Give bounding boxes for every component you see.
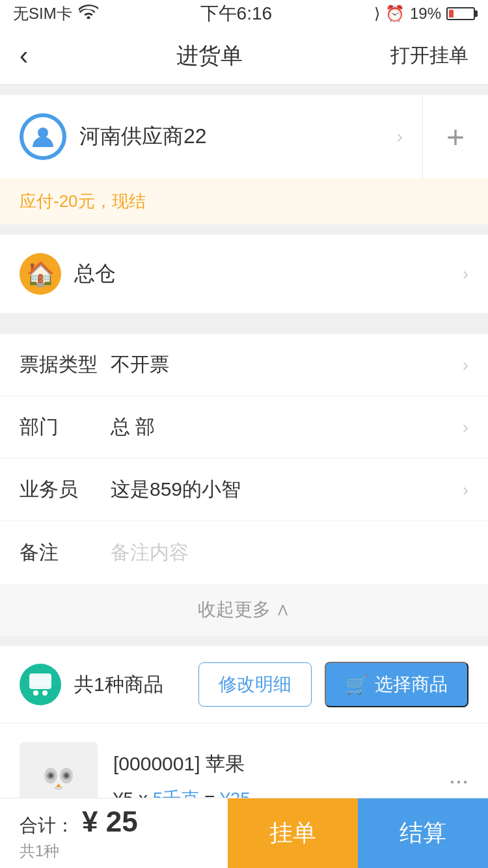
open-hang-button[interactable]: 打开挂单: [390, 42, 468, 69]
dept-value: 总 部: [111, 414, 463, 441]
invoice-value: 不开票: [111, 351, 463, 378]
svg-point-3: [42, 690, 47, 696]
total-section: 合计： ¥ 25 共1种: [0, 806, 228, 861]
svg-point-0: [38, 128, 48, 138]
status-left: 无SIM卡: [13, 3, 98, 24]
form-section: 票据类型 不开票 › 部门 总 部 › 业务员 这是859的小智 › 备注 备注…: [0, 334, 488, 584]
warehouse-chevron-icon: ›: [463, 264, 468, 284]
supplier-avatar: [20, 113, 66, 160]
remark-input[interactable]: 备注内容: [111, 539, 468, 566]
product-more-button[interactable]: ···: [449, 767, 468, 794]
dept-chevron-icon: ›: [463, 417, 468, 438]
collapse-toggle[interactable]: 收起更多 ∧: [0, 584, 488, 636]
page-title: 进货单: [176, 41, 243, 71]
supplier-section: 河南供应商22 › +: [0, 95, 488, 178]
supplier-chevron-icon: ›: [397, 126, 403, 147]
status-bar: 无SIM卡 下午6:16 ⟩ ⏰ 19%: [0, 0, 488, 27]
remark-row[interactable]: 备注 备注内容: [0, 521, 488, 584]
wifi-icon: [79, 5, 98, 23]
battery-percent: 19%: [410, 5, 441, 23]
nav-bar: ‹ 进货单 打开挂单: [0, 27, 488, 85]
warehouse-name: 总仓: [74, 260, 450, 288]
dept-label: 部门: [20, 414, 111, 441]
invoice-chevron-icon: ›: [463, 355, 468, 375]
warehouse-icon: 🏠: [20, 253, 61, 295]
location-icon: ⟩: [374, 5, 380, 23]
status-time: 下午6:16: [200, 1, 273, 26]
svg-point-10: [64, 774, 68, 778]
product-title: 苹果: [206, 753, 245, 774]
edit-detail-button[interactable]: 修改明细: [198, 662, 312, 707]
hang-button[interactable]: 挂单: [228, 798, 358, 869]
product-name: [0000001] 苹果: [113, 751, 433, 778]
product-header: 共1种商品 修改明细 🛒 选择商品: [0, 646, 488, 724]
product-id: [0000001]: [113, 753, 200, 774]
salesman-value: 这是859的小智: [111, 476, 463, 503]
status-right: ⟩ ⏰ 19%: [374, 5, 475, 23]
total-row: 合计： ¥ 25: [20, 806, 208, 838]
notice-bar: 应付-20元，现结: [0, 178, 488, 224]
warehouse-section[interactable]: 🏠 总仓 ›: [0, 235, 488, 313]
invoice-label: 票据类型: [20, 351, 111, 378]
cart-icon: 🛒: [346, 674, 368, 696]
salesman-row[interactable]: 业务员 这是859的小智 ›: [0, 459, 488, 521]
product-cart-icon: [20, 664, 61, 705]
dept-row[interactable]: 部门 总 部 ›: [0, 396, 488, 459]
collapse-label: 收起更多 ∧: [198, 597, 291, 622]
salesman-label: 业务员: [20, 476, 111, 503]
notice-text: 应付-20元，现结: [20, 191, 146, 211]
svg-point-2: [33, 690, 38, 696]
checkout-button[interactable]: 结算: [358, 798, 488, 869]
alarm-icon: ⏰: [385, 5, 405, 23]
svg-point-9: [49, 774, 53, 778]
carrier-text: 无SIM卡: [13, 3, 72, 24]
total-amount: ¥ 25: [82, 806, 138, 838]
person-icon: [30, 124, 56, 150]
salesman-chevron-icon: ›: [463, 480, 468, 500]
supplier-name: 河南供应商22: [79, 122, 384, 151]
remark-label: 备注: [20, 539, 111, 566]
bottom-bar: 合计： ¥ 25 共1种 挂单 结算: [0, 798, 488, 868]
total-count: 共1种: [20, 841, 208, 861]
battery-icon: [446, 7, 475, 20]
supplier-selector[interactable]: 河南供应商22 ›: [0, 95, 423, 178]
back-button[interactable]: ‹: [20, 41, 28, 70]
total-label: 合计：: [20, 813, 74, 838]
product-count-text: 共1种商品: [74, 671, 185, 698]
invoice-row[interactable]: 票据类型 不开票 ›: [0, 334, 488, 396]
select-product-button[interactable]: 🛒 选择商品: [325, 662, 468, 707]
svg-point-4: [35, 753, 82, 800]
add-supplier-button[interactable]: +: [423, 95, 488, 178]
